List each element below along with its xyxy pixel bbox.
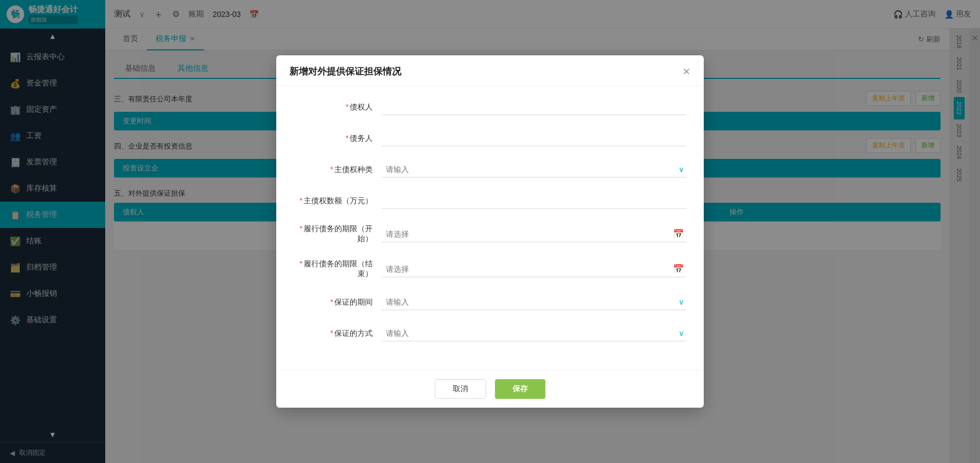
label-debtor: *债务人: [294, 134, 381, 144]
form-field-end-date: *履行债务的期限（结束） 📅: [294, 259, 686, 279]
form-field-main-claim-type: *主债权种类 ∨: [294, 162, 686, 178]
required-mark: *: [300, 259, 303, 268]
form-field-main-claim-amount: *主债权数额（万元）: [294, 193, 686, 209]
modal-title: 新增对外提供保证担保情况: [289, 65, 401, 78]
save-button[interactable]: 保存: [495, 379, 545, 399]
required-mark: *: [300, 224, 303, 233]
select-main-claim-input[interactable]: [381, 162, 679, 177]
required-mark: *: [331, 298, 333, 306]
label-creditor: *债权人: [294, 102, 381, 112]
required-mark: *: [346, 102, 349, 111]
form-field-start-date: *履行债务的期限（开始） 📅: [294, 224, 686, 244]
form-field-guarantee-method: *保证的方式 ∨: [294, 325, 686, 341]
modal-body: *债权人 *债务人 *主债权种类 ∨: [276, 86, 704, 370]
modal: 新增对外提供保证担保情况 ✕ *债权人 *债务人 *主债权种类: [276, 55, 704, 408]
form-field-creditor: *债权人: [294, 99, 686, 115]
required-mark: *: [346, 134, 349, 142]
date-end-input[interactable]: [381, 261, 673, 277]
label-main-claim-amount: *主债权数额（万元）: [294, 196, 381, 206]
form-field-debtor: *债务人: [294, 130, 686, 146]
input-main-claim-amount[interactable]: [381, 193, 686, 209]
required-mark: *: [331, 165, 333, 174]
modal-footer: 取消 保存: [276, 370, 704, 408]
required-mark: *: [331, 329, 333, 338]
date-start[interactable]: 📅: [381, 226, 686, 242]
select-main-claim-type[interactable]: ∨: [381, 162, 686, 178]
label-start-date: *履行债务的期限（开始）: [294, 224, 381, 244]
label-end-date: *履行债务的期限（结束）: [294, 259, 381, 279]
date-end[interactable]: 📅: [381, 261, 686, 277]
label-guarantee-period: *保证的期间: [294, 298, 381, 307]
label-guarantee-method: *保证的方式: [294, 329, 381, 339]
cancel-button[interactable]: 取消: [435, 379, 486, 399]
chevron-down-method-icon[interactable]: ∨: [679, 329, 686, 338]
calendar-end-icon[interactable]: 📅: [673, 264, 686, 274]
label-main-claim-type: *主债权种类: [294, 165, 381, 175]
select-guarantee-period-input[interactable]: [381, 294, 679, 310]
calendar-start-icon[interactable]: 📅: [673, 228, 686, 239]
chevron-down-period-icon[interactable]: ∨: [679, 298, 686, 306]
select-guarantee-period[interactable]: ∨: [381, 294, 686, 310]
input-creditor[interactable]: [381, 99, 686, 115]
modal-close-button[interactable]: ✕: [682, 67, 691, 77]
form-field-guarantee-period: *保证的期间 ∨: [294, 294, 686, 310]
modal-overlay[interactable]: 新增对外提供保证担保情况 ✕ *债权人 *债务人 *主债权种类: [0, 0, 980, 463]
chevron-down-icon[interactable]: ∨: [679, 165, 686, 174]
date-start-input[interactable]: [381, 226, 673, 242]
select-guarantee-method-input[interactable]: [381, 325, 679, 341]
select-guarantee-method[interactable]: ∨: [381, 325, 686, 341]
input-debtor[interactable]: [381, 130, 686, 146]
modal-header: 新增对外提供保证担保情况 ✕: [276, 55, 704, 86]
required-mark: *: [300, 196, 303, 205]
